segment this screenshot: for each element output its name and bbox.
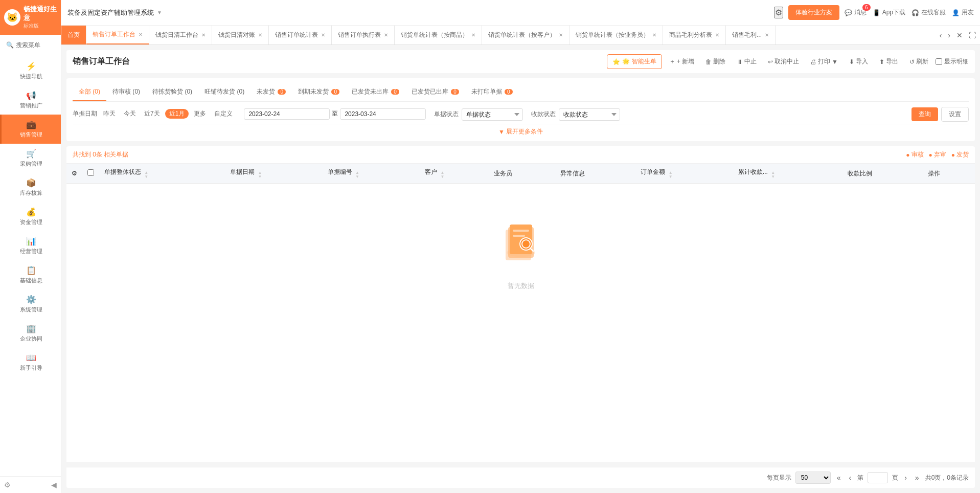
tab-close-icon[interactable]: ✕ [471, 32, 475, 38]
tab-close-icon[interactable]: ✕ [715, 32, 719, 38]
select-all-checkbox[interactable] [87, 169, 94, 176]
set-button[interactable]: 设置 [941, 107, 969, 122]
pause-icon: ⏸ [737, 58, 743, 65]
tab-sales-more[interactable]: 销售毛利... ✕ [726, 26, 776, 44]
system-name: 装备及固定资产辅助管理系统 [67, 8, 154, 17]
dropdown-arrow-icon: ▼ [157, 10, 162, 15]
tab-close-icon[interactable]: ✕ [139, 32, 143, 37]
first-page-button[interactable]: « [835, 473, 843, 483]
import-button[interactable]: ⬇ 导入 [845, 55, 872, 69]
sub-tab-pending-inspect[interactable]: 待拣货验货 (0) [146, 83, 198, 101]
horizontal-scrollbar[interactable] [66, 462, 975, 467]
sidebar-item-quick-nav[interactable]: ⚡ 快捷导航 [0, 56, 61, 85]
sub-tab-wangpu[interactable]: 旺铺待发货 (0) [198, 83, 250, 101]
delete-button[interactable]: 🗑 删除 [701, 55, 730, 69]
sidebar-item-enterprise[interactable]: 🏢 企业协同 [0, 319, 61, 348]
unpause-button[interactable]: ↩ 取消中止 [764, 55, 803, 69]
date-end-input[interactable] [340, 108, 426, 120]
next-page-button[interactable]: › [902, 473, 909, 483]
user-menu-button[interactable]: 👤 用友 [952, 8, 974, 17]
sidebar-collapse-button[interactable]: ◀ [51, 481, 57, 489]
sidebar-item-guide[interactable]: 📖 新手引导 [0, 348, 61, 377]
pagination-total: 共0页，0条记录 [925, 474, 969, 482]
tab-margin-analysis[interactable]: 商品毛利分析表 ✕ [663, 26, 726, 44]
sidebar-item-system[interactable]: ⚙️ 系统管理 [0, 289, 61, 319]
per-page-select[interactable]: 50 10 20 100 [795, 472, 831, 484]
tab-close-icon[interactable]: ✕ [321, 32, 325, 38]
topbar-settings-button[interactable]: ⚙ [774, 7, 783, 18]
tab-close-icon[interactable]: ✕ [765, 32, 769, 38]
col-status: 单据整体状态 ▲▼ [99, 164, 225, 184]
print-button[interactable]: 🖨 打印 ▼ [806, 55, 842, 69]
export-button[interactable]: ⬆ 导出 [875, 55, 902, 69]
add-button[interactable]: ＋ + 新增 [665, 55, 698, 69]
expand-filter-button[interactable]: ▼ 展开更多条件 [498, 127, 543, 136]
tab-scroll-left-button[interactable]: ‹ [938, 30, 944, 40]
sidebar-item-finance[interactable]: 💰 资金管理 [0, 202, 61, 231]
last-page-button[interactable]: » [913, 473, 921, 483]
system-icon: ⚙️ [26, 295, 36, 304]
smart-create-button[interactable]: ⭐ 🌟 智能生单 [607, 54, 662, 69]
page-number-input[interactable]: 1 [868, 472, 888, 483]
sub-tab-unshipped[interactable]: 未发货 0 [250, 83, 292, 101]
date-month-button[interactable]: 近1月 [165, 109, 189, 119]
batch-review-button[interactable]: ● 审核 [906, 150, 923, 159]
show-detail-checkbox[interactable]: 显示明细 [936, 57, 969, 66]
sidebar-item-operations[interactable]: 📊 经营管理 [0, 231, 61, 260]
query-button[interactable]: 查询 [911, 107, 938, 121]
tab-cash-reconcile[interactable]: 钱货日清对账 ✕ [212, 26, 269, 44]
tab-home[interactable]: 首页 [61, 26, 86, 44]
date-start-input[interactable] [244, 108, 330, 120]
sub-tab-overdue[interactable]: 到期未发货 0 [292, 83, 346, 101]
page-suffix: 页 [892, 474, 898, 482]
tab-close-icon[interactable]: ✕ [652, 32, 656, 38]
app-download-button[interactable]: 📱 App下载 [873, 8, 905, 17]
online-service-button[interactable]: 🎧 在线客服 [911, 8, 946, 17]
tab-close-icon[interactable]: ✕ [559, 32, 563, 38]
batch-unreviewed-button[interactable]: ● 弃审 [929, 150, 946, 159]
col-staff: 业务员 [489, 164, 555, 184]
tab-cash-daily[interactable]: 钱货日清工作台 ✕ [149, 26, 212, 44]
tab-sales-exec[interactable]: 销售订单执行表 ✕ [332, 26, 395, 44]
sidebar-item-purchase[interactable]: 🛒 采购管理 [0, 144, 61, 173]
batch-ship-button[interactable]: ● 发货 [951, 150, 969, 159]
sidebar-item-inventory[interactable]: 📦 库存核算 [0, 173, 61, 202]
tab-scroll-right-button[interactable]: › [946, 30, 952, 40]
tab-sales-summary-customer[interactable]: 销货单统计表（按客户） ✕ [482, 26, 569, 44]
sidebar-item-base[interactable]: 📋 基础信息 [0, 260, 61, 289]
tab-close-all-button[interactable]: ✕ [954, 30, 965, 40]
tab-close-icon[interactable]: ✕ [201, 32, 206, 38]
sub-tab-unprinted[interactable]: 未打印单据 0 [465, 83, 519, 101]
sub-tab-all[interactable]: 全部 (0) [73, 83, 106, 101]
date-yesterday-button[interactable]: 昨天 [100, 108, 119, 119]
date-more-button[interactable]: 更多 [191, 108, 209, 119]
date-custom-button[interactable]: 自定义 [211, 108, 236, 119]
svg-rect-4 [513, 230, 529, 232]
message-button[interactable]: 💬 消息 6 [845, 8, 867, 17]
search-menu-button[interactable]: 🔍 搜索菜单 [4, 39, 57, 52]
prev-page-button[interactable]: ‹ [847, 473, 854, 483]
refresh-button[interactable]: ↺ 刷新 [905, 55, 932, 69]
sub-tab-pending-review[interactable]: 待审核 (0) [106, 83, 146, 101]
tab-close-icon[interactable]: ✕ [258, 32, 262, 38]
date-7days-button[interactable]: 近7天 [141, 108, 163, 119]
tab-fullscreen-button[interactable]: ⛶ [967, 30, 978, 40]
payment-select[interactable]: 收款状态 [559, 108, 620, 121]
pause-button[interactable]: ⏸ 中止 [733, 55, 761, 69]
sub-tab-shipped-out[interactable]: 已发货已出库 0 [405, 83, 465, 101]
tab-sales-summary-staff[interactable]: 销货单统计表（按业务员） ✕ [569, 26, 663, 44]
sidebar-settings-button[interactable]: ⚙ [4, 481, 11, 489]
show-detail-input[interactable] [936, 58, 942, 65]
tab-close-icon[interactable]: ✕ [384, 32, 388, 38]
topbar-cta-button[interactable]: 体验行业方案 [788, 5, 839, 20]
sub-tab-shipped-not-out[interactable]: 已发货未出库 0 [346, 83, 405, 101]
tab-sales-workbench[interactable]: 销售订单工作台 ✕ [86, 26, 149, 44]
status-select[interactable]: 单据状态 [462, 108, 523, 121]
table-toolbar: 共找到 0条 相关单据 ● 审核 ● 弃审 ● 发货 [66, 146, 975, 164]
overdue-badge: 0 [331, 89, 339, 95]
tab-sales-summary-product[interactable]: 销货单统计表（按商品） ✕ [395, 26, 482, 44]
sidebar-item-sales[interactable]: 💼 销售管理 [0, 115, 61, 144]
sidebar-item-marketing[interactable]: 📢 营销推广 [0, 85, 61, 115]
tab-sales-stats[interactable]: 销售订单统计表 ✕ [269, 26, 332, 44]
date-today-button[interactable]: 今天 [121, 108, 139, 119]
